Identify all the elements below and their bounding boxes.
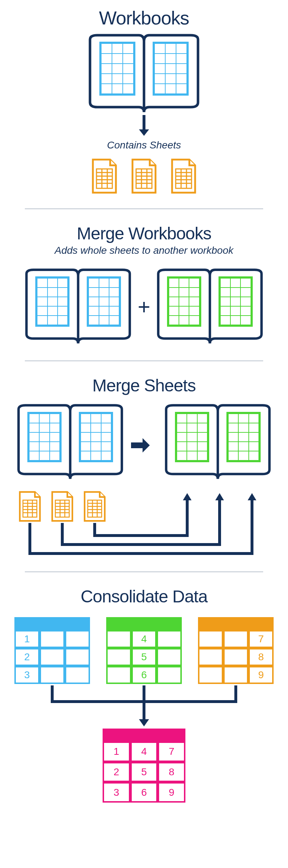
cell: 6 <box>130 782 158 803</box>
divider <box>25 360 263 361</box>
cell: 3 <box>103 782 130 803</box>
workbook-icon <box>86 32 202 115</box>
sheet-file-icon <box>169 158 198 194</box>
cell: 1 <box>103 741 130 762</box>
result-table: 147 258 369 <box>103 729 185 803</box>
cell: 2 <box>103 762 130 782</box>
sheet-files-row <box>14 158 274 194</box>
title-consolidate: Consolidate Data <box>14 587 274 606</box>
subtitle-merge-workbooks: Adds whole sheets to another workbook <box>14 245 274 256</box>
workbook-blue-icon <box>22 267 134 346</box>
consolidate-connectors <box>14 617 274 732</box>
plus-icon: + <box>138 294 150 319</box>
arrow-down-icon <box>137 115 151 137</box>
cell: 5 <box>130 762 158 782</box>
cell: 4 <box>130 741 158 762</box>
section-merge-workbooks: Merge Workbooks Adds whole sheets to ano… <box>14 224 274 346</box>
divider <box>25 208 263 209</box>
subtitle-contains-sheets: Contains Sheets <box>14 139 274 151</box>
cell: 7 <box>158 741 185 762</box>
title-merge-sheets: Merge Sheets <box>14 376 274 395</box>
merge-connectors <box>14 403 274 557</box>
cell: 9 <box>158 782 185 803</box>
cell: 8 <box>158 762 185 782</box>
section-workbooks: Workbooks Contains Sheets <box>14 7 274 194</box>
section-merge-sheets: Merge Sheets <box>14 376 274 557</box>
divider <box>25 571 263 572</box>
title-workbooks: Workbooks <box>14 7 274 29</box>
section-consolidate: Consolidate Data 1 2 3 4 5 6 <box>14 587 274 804</box>
workbook-green-icon <box>154 267 266 346</box>
title-merge-workbooks: Merge Workbooks <box>14 224 274 243</box>
sheet-file-icon <box>90 158 119 194</box>
sheet-file-icon <box>130 158 158 194</box>
